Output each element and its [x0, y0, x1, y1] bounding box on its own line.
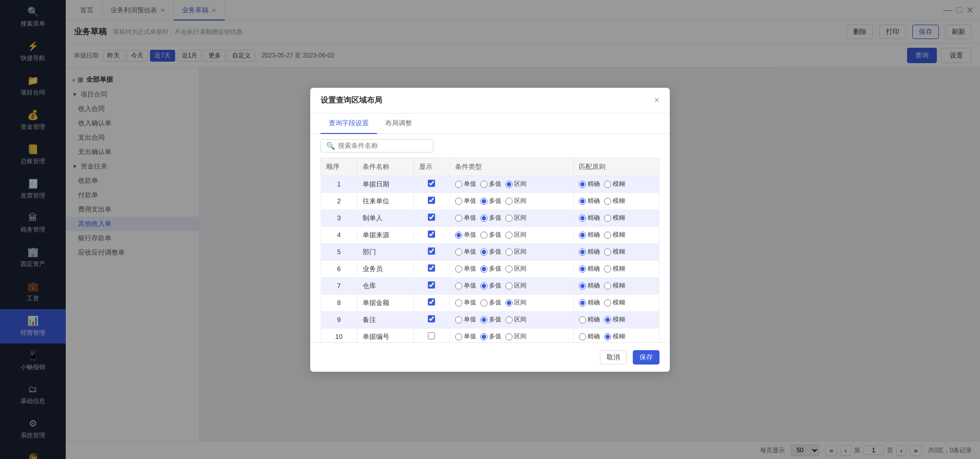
radio-match-exact-1[interactable]: 精确 [579, 197, 600, 205]
radio-match-fuzzy-3[interactable]: 模糊 [604, 231, 625, 239]
radio-input-match-exact-0[interactable] [579, 181, 586, 188]
radio-match-fuzzy-2[interactable]: 模糊 [604, 214, 625, 222]
radio-input-type-single-1[interactable] [455, 198, 462, 205]
radio-type-multiple-1[interactable]: 多值 [480, 197, 501, 205]
radio-match-exact-7[interactable]: 精确 [579, 298, 600, 307]
checkbox-show-1[interactable] [428, 197, 435, 204]
radio-input-match-exact-8[interactable] [579, 316, 586, 323]
radio-type-range-4[interactable]: 区间 [505, 247, 526, 256]
radio-match-fuzzy-7[interactable]: 模糊 [604, 298, 625, 307]
radio-match-exact-3[interactable]: 精确 [579, 231, 600, 239]
radio-input-type-multiple-7[interactable] [480, 299, 487, 307]
radio-input-type-range-3[interactable] [505, 232, 513, 239]
checkbox-show-2[interactable] [428, 214, 435, 221]
radio-input-type-single-9[interactable] [455, 333, 462, 340]
radio-type-multiple-9[interactable]: 多值 [480, 332, 501, 341]
radio-type-multiple-7[interactable]: 多值 [480, 298, 501, 307]
radio-type-range-7[interactable]: 区间 [505, 298, 526, 307]
radio-input-type-multiple-1[interactable] [480, 198, 487, 205]
radio-input-type-multiple-5[interactable] [480, 265, 487, 273]
radio-type-range-2[interactable]: 区间 [505, 214, 526, 222]
radio-match-fuzzy-4[interactable]: 模糊 [604, 247, 625, 256]
radio-input-type-range-8[interactable] [505, 316, 513, 323]
radio-input-type-multiple-9[interactable] [480, 333, 487, 340]
search-input[interactable] [338, 142, 428, 149]
radio-match-exact-0[interactable]: 精确 [579, 180, 600, 188]
radio-match-fuzzy-9[interactable]: 模糊 [604, 332, 625, 341]
radio-input-match-fuzzy-7[interactable] [604, 299, 611, 307]
radio-input-match-exact-1[interactable] [579, 198, 586, 205]
radio-type-range-3[interactable]: 区间 [505, 231, 526, 239]
radio-match-exact-8[interactable]: 精确 [579, 315, 600, 324]
radio-match-exact-2[interactable]: 精确 [579, 214, 600, 222]
radio-input-type-single-7[interactable] [455, 299, 462, 307]
radio-input-type-range-2[interactable] [505, 215, 513, 222]
radio-type-multiple-5[interactable]: 多值 [480, 264, 501, 273]
radio-input-match-exact-9[interactable] [579, 333, 586, 340]
radio-match-exact-4[interactable]: 精确 [579, 247, 600, 256]
radio-type-single-1[interactable]: 单值 [455, 197, 476, 205]
radio-type-range-8[interactable]: 区间 [505, 315, 526, 324]
radio-input-type-multiple-8[interactable] [480, 316, 487, 323]
radio-type-single-6[interactable]: 单值 [455, 281, 476, 290]
checkbox-show-3[interactable] [428, 231, 435, 238]
radio-type-single-8[interactable]: 单值 [455, 315, 476, 324]
checkbox-show-0[interactable] [428, 180, 435, 187]
checkbox-show-4[interactable] [428, 247, 435, 255]
radio-type-multiple-0[interactable]: 多值 [480, 180, 501, 188]
modal-save-button[interactable]: 保存 [633, 350, 659, 365]
radio-input-type-single-0[interactable] [455, 181, 462, 188]
radio-input-match-fuzzy-1[interactable] [604, 198, 611, 205]
radio-match-exact-5[interactable]: 精确 [579, 264, 600, 273]
radio-input-match-fuzzy-0[interactable] [604, 181, 611, 188]
modal-tab-field_settings[interactable]: 查询字段设置 [321, 113, 377, 134]
radio-type-single-9[interactable]: 单值 [455, 332, 476, 341]
radio-input-match-exact-2[interactable] [579, 215, 586, 222]
radio-type-single-3[interactable]: 单值 [455, 231, 476, 239]
radio-input-match-exact-6[interactable] [579, 282, 586, 290]
radio-input-type-single-2[interactable] [455, 215, 462, 222]
radio-type-range-9[interactable]: 区间 [505, 332, 526, 341]
radio-input-match-exact-3[interactable] [579, 232, 586, 239]
radio-type-multiple-3[interactable]: 多值 [480, 231, 501, 239]
radio-input-match-exact-4[interactable] [579, 248, 586, 256]
radio-input-type-range-9[interactable] [505, 333, 513, 340]
checkbox-show-9[interactable] [428, 332, 435, 339]
radio-match-fuzzy-8[interactable]: 模糊 [604, 315, 625, 324]
radio-type-range-6[interactable]: 区间 [505, 281, 526, 290]
radio-input-type-multiple-3[interactable] [480, 232, 487, 239]
radio-input-type-multiple-0[interactable] [480, 181, 487, 188]
radio-input-type-single-8[interactable] [455, 316, 462, 323]
checkbox-show-6[interactable] [428, 281, 435, 289]
cancel-button[interactable]: 取消 [600, 350, 627, 365]
radio-input-type-multiple-2[interactable] [480, 215, 487, 222]
radio-type-multiple-6[interactable]: 多值 [480, 281, 501, 290]
radio-type-single-5[interactable]: 单值 [455, 264, 476, 273]
radio-type-single-0[interactable]: 单值 [455, 180, 476, 188]
radio-input-type-range-0[interactable] [505, 181, 513, 188]
radio-input-type-multiple-6[interactable] [480, 282, 487, 290]
radio-input-type-single-6[interactable] [455, 282, 462, 290]
radio-type-range-5[interactable]: 区间 [505, 264, 526, 273]
radio-type-single-7[interactable]: 单值 [455, 298, 476, 307]
radio-type-range-0[interactable]: 区间 [505, 180, 526, 188]
radio-match-fuzzy-0[interactable]: 模糊 [604, 180, 625, 188]
radio-input-match-fuzzy-4[interactable] [604, 248, 611, 256]
radio-input-type-range-4[interactable] [505, 248, 513, 256]
radio-input-match-exact-7[interactable] [579, 299, 586, 307]
radio-input-match-fuzzy-9[interactable] [604, 333, 611, 340]
radio-input-type-range-7[interactable] [505, 299, 513, 307]
radio-match-exact-6[interactable]: 精确 [579, 281, 600, 290]
radio-input-type-multiple-4[interactable] [480, 248, 487, 256]
radio-type-range-1[interactable]: 区间 [505, 197, 526, 205]
radio-input-match-fuzzy-3[interactable] [604, 232, 611, 239]
checkbox-show-5[interactable] [428, 264, 435, 272]
radio-input-match-fuzzy-2[interactable] [604, 215, 611, 222]
radio-type-multiple-4[interactable]: 多值 [480, 247, 501, 256]
radio-input-match-exact-5[interactable] [579, 265, 586, 273]
radio-match-exact-9[interactable]: 精确 [579, 332, 600, 341]
radio-type-single-4[interactable]: 单值 [455, 247, 476, 256]
radio-input-type-single-5[interactable] [455, 265, 462, 273]
radio-input-type-range-6[interactable] [505, 282, 513, 290]
radio-input-match-fuzzy-6[interactable] [604, 282, 611, 290]
